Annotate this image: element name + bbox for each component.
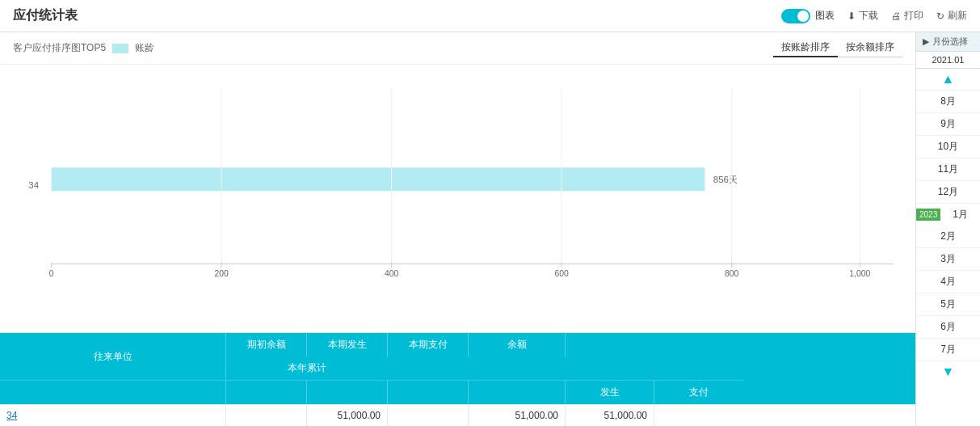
sidebar-month-10[interactable]: 10月 bbox=[916, 136, 980, 158]
sort-by-amount-button[interactable]: 按余额排序 bbox=[838, 39, 902, 57]
page-title: 应付统计表 bbox=[13, 7, 78, 24]
chart-header: 客户应付排序图TOP5 账龄 按账龄排序 按余额排序 bbox=[0, 32, 915, 65]
year-2023-row: 2023 1月 bbox=[916, 204, 980, 226]
sidebar-nav: ▲ 8月 9月 10月 11月 12月 2023 1月 2月 3月 4月 5月 … bbox=[916, 69, 980, 382]
th-col4-empty bbox=[388, 380, 469, 404]
table-header-row2: 发生 支付 bbox=[0, 380, 915, 404]
svg-rect-1 bbox=[52, 167, 705, 191]
sidebar-month-8[interactable]: 8月 bbox=[916, 91, 980, 113]
print-icon: 🖨 bbox=[891, 11, 901, 22]
table-header-row1: 往来单位 期初余额 本期发生 本期支付 余额 本年累计 bbox=[0, 333, 915, 380]
svg-text:1,000: 1,000 bbox=[849, 269, 870, 278]
sidebar-nav-up-button[interactable]: ▲ bbox=[916, 69, 980, 91]
sidebar-date-input[interactable]: 2021.01 bbox=[916, 52, 980, 69]
svg-text:800: 800 bbox=[725, 269, 739, 278]
sort-by-balance-button[interactable]: 按账龄排序 bbox=[773, 39, 838, 57]
svg-text:34: 34 bbox=[28, 180, 39, 190]
download-icon: ⬇ bbox=[848, 11, 856, 22]
sidebar-month-4[interactable]: 4月 bbox=[916, 271, 980, 293]
td-col1[interactable]: 34 bbox=[0, 405, 226, 426]
sidebar-month-3[interactable]: 3月 bbox=[916, 248, 980, 271]
th-col2-empty bbox=[226, 380, 307, 404]
th-sub2: 支付 bbox=[654, 380, 743, 404]
table-row: 34 51,000.00 51,000.00 51,000.00 bbox=[0, 404, 915, 426]
sidebar-month-7[interactable]: 7月 bbox=[916, 339, 980, 361]
chart-sort-buttons: 按账龄排序 按余额排序 bbox=[773, 39, 902, 57]
print-label: 打印 bbox=[904, 9, 923, 23]
td-col5: 51,000.00 bbox=[469, 405, 566, 426]
download-label: 下载 bbox=[859, 9, 878, 23]
td-col4 bbox=[388, 405, 469, 426]
th-col5-empty bbox=[469, 380, 566, 404]
sidebar-month-1[interactable]: 1月 bbox=[940, 204, 980, 226]
chart-svg: 34 856天 0 200 400 600 bbox=[13, 71, 902, 297]
th-col1-empty bbox=[0, 380, 226, 404]
svg-text:400: 400 bbox=[385, 269, 399, 278]
svg-text:200: 200 bbox=[214, 269, 229, 278]
chart-toggle-label: 图表 bbox=[815, 9, 835, 23]
th-col3: 本期发生 bbox=[307, 333, 388, 356]
sidebar-header-label: 月份选择 bbox=[932, 36, 968, 48]
td-col3: 51,000.00 bbox=[307, 405, 388, 426]
sidebar: ▶ 月份选择 2021.01 ▲ 8月 9月 10月 11月 12月 2023 … bbox=[915, 32, 980, 426]
chart-area: 34 856天 0 200 400 600 bbox=[0, 65, 915, 332]
sidebar-month-2[interactable]: 2月 bbox=[916, 226, 980, 248]
th-col6-group: 本年累计 bbox=[226, 356, 388, 380]
main-content: 客户应付排序图TOP5 账龄 按账龄排序 按余额排序 34 856天 bbox=[0, 32, 980, 426]
svg-text:600: 600 bbox=[554, 269, 569, 278]
sidebar-header: ▶ 月份选择 bbox=[916, 32, 980, 52]
td-col6-sub2 bbox=[654, 405, 743, 426]
th-sub1: 发生 bbox=[566, 380, 654, 404]
sidebar-month-11[interactable]: 11月 bbox=[916, 158, 980, 181]
download-button[interactable]: ⬇ 下载 bbox=[848, 9, 878, 23]
year-badge-2023: 2023 bbox=[916, 209, 940, 221]
th-col4: 本期支付 bbox=[388, 333, 469, 356]
header: 应付统计表 图表 ⬇ 下载 🖨 打印 ↻ 刷新 bbox=[0, 0, 980, 32]
svg-text:856天: 856天 bbox=[713, 175, 738, 184]
print-button[interactable]: 🖨 打印 bbox=[891, 9, 923, 23]
refresh-label: 刷新 bbox=[948, 9, 967, 23]
legend-box bbox=[112, 44, 128, 53]
sidebar-nav-down-button[interactable]: ▼ bbox=[916, 361, 980, 382]
td-col6-sub1: 51,000.00 bbox=[566, 405, 654, 426]
sidebar-month-9[interactable]: 9月 bbox=[916, 113, 980, 136]
table-section: 往来单位 期初余额 本期发生 本期支付 余额 本年累计 发生 支付 bbox=[0, 332, 915, 426]
legend-text: 客户应付排序图TOP5 bbox=[13, 41, 106, 55]
chart-legend: 客户应付排序图TOP5 账龄 bbox=[13, 41, 154, 55]
legend-box-label: 账龄 bbox=[135, 41, 154, 55]
sidebar-month-12[interactable]: 12月 bbox=[916, 181, 980, 204]
th-col3-empty bbox=[307, 380, 388, 404]
header-actions: 图表 ⬇ 下载 🖨 打印 ↻ 刷新 bbox=[781, 9, 967, 23]
refresh-icon: ↻ bbox=[936, 11, 944, 22]
refresh-button[interactable]: ↻ 刷新 bbox=[936, 9, 967, 23]
sidebar-month-5[interactable]: 5月 bbox=[916, 293, 980, 316]
td-col2 bbox=[226, 405, 307, 426]
chart-section: 客户应付排序图TOP5 账龄 按账龄排序 按余额排序 34 856天 bbox=[0, 32, 915, 426]
sidebar-month-6[interactable]: 6月 bbox=[916, 316, 980, 339]
chart-toggle[interactable] bbox=[781, 9, 810, 23]
svg-text:0: 0 bbox=[49, 269, 54, 278]
th-col2: 期初余额 bbox=[226, 333, 307, 356]
th-col5: 余额 bbox=[469, 333, 566, 356]
th-col1: 往来单位 bbox=[0, 333, 226, 380]
sidebar-arrow-icon: ▶ bbox=[923, 36, 929, 47]
chart-toggle-group: 图表 bbox=[781, 9, 835, 23]
